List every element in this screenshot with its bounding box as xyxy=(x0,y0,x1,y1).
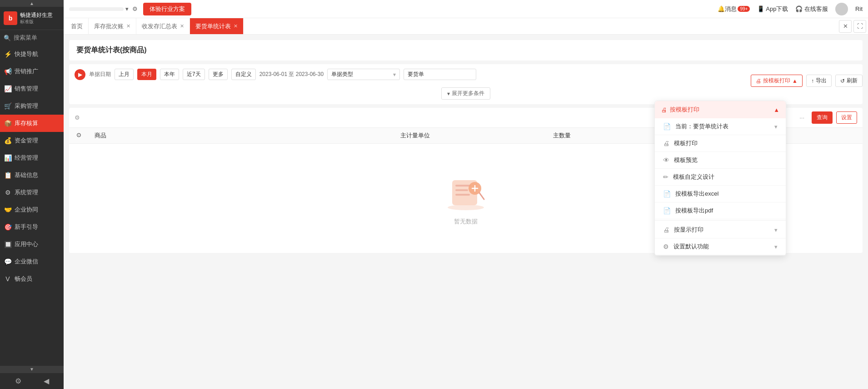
close-batch-accounts[interactable]: ✕ xyxy=(126,23,130,29)
svg-rect-3 xyxy=(455,189,468,191)
page-title: 要货单统计表(按商品) xyxy=(76,46,147,54)
business-icon: 📊 xyxy=(4,154,12,162)
sidebar-item-app-center[interactable]: 🔲 应用中心 xyxy=(0,236,64,253)
current-icon: 📄 xyxy=(663,123,671,130)
app-logo-icon: b xyxy=(4,11,17,25)
more-options-btn[interactable]: ··· xyxy=(799,114,804,121)
basic-info-icon: 📋 xyxy=(4,172,12,179)
sidebar-footer: ⚙ ◀ xyxy=(0,373,64,389)
default-func-icon: ⚙ xyxy=(663,243,669,250)
current-template-item[interactable]: 📄 当前：要货单统计表 ▾ xyxy=(655,118,786,135)
date-range: 2023-06-01 至 2023-06-30 xyxy=(259,71,324,78)
default-func-item[interactable]: ⚙ 设置默认功能 ▾ xyxy=(655,238,786,255)
svg-point-0 xyxy=(448,205,484,210)
filter-bar: ▶ 单据日期 上月 本月 本年 近7天 更多 自定义 2023-06-01 至 … xyxy=(69,64,863,104)
tab-receivable-summary[interactable]: 收发存汇总表 ✕ xyxy=(136,18,190,34)
notification-btn[interactable]: 🔔 消息 99+ xyxy=(718,5,750,13)
avatar[interactable] xyxy=(835,3,848,15)
order-code-input[interactable]: 要货单 xyxy=(404,69,476,80)
sidebar-item-system[interactable]: ⚙ 系统管理 xyxy=(0,184,64,201)
sidebar-item-purchase[interactable]: 🛒 采购管理 xyxy=(0,97,64,115)
close-receivable-summary[interactable]: ✕ xyxy=(180,23,184,29)
purchase-icon: 🛒 xyxy=(4,102,12,110)
app-center-icon: 🔲 xyxy=(4,241,12,248)
collapse-icon[interactable]: ◀ xyxy=(44,377,49,385)
download-icon: 📱 xyxy=(757,5,764,12)
username: Rit xyxy=(855,5,863,12)
sidebar-item-basic-info[interactable]: 📋 基础信息 xyxy=(0,167,64,184)
table-settings-icon[interactable]: ⚙ xyxy=(75,114,80,121)
date-btn-last-month[interactable]: 上月 xyxy=(115,69,134,80)
sidebar-item-collab[interactable]: 🤝 企业协同 xyxy=(0,201,64,218)
display-print-item[interactable]: 🖨 按显示打印 ▾ xyxy=(655,222,786,238)
page-header: 要货单统计表(按商品) xyxy=(69,40,863,61)
topbar-gear-icon[interactable]: ⚙ xyxy=(132,5,138,12)
template-export-pdf-item[interactable]: 📄 按模板导出pdf xyxy=(655,202,786,219)
sidebar-scroll-down[interactable]: ▼ xyxy=(0,366,64,373)
sidebar-scroll-up[interactable]: ▲ xyxy=(0,0,64,7)
settings-footer-icon[interactable]: ⚙ xyxy=(15,377,21,385)
template-custom-icon: ✏ xyxy=(663,173,668,181)
sidebar-item-marketing[interactable]: 📢 营销推广 xyxy=(0,63,64,80)
print-dropdown-header[interactable]: 🖨 按模板打印 ▲ xyxy=(655,101,786,118)
date-btn-more[interactable]: 更多 xyxy=(209,69,228,80)
expand-icon: ▾ xyxy=(447,91,450,97)
topbar-search[interactable] xyxy=(69,7,124,11)
inventory-icon: 📦 xyxy=(4,120,12,127)
export-excel-icon: 📄 xyxy=(663,190,671,197)
online-service-link[interactable]: 🎧 在线客服 xyxy=(795,5,828,13)
app-download-link[interactable]: 📱 App下载 xyxy=(757,5,788,13)
svg-rect-2 xyxy=(455,185,471,187)
sidebar-item-sales[interactable]: 📈 销售管理 xyxy=(0,80,64,97)
empty-text: 暂无数据 xyxy=(454,217,478,226)
topbar: ▾ ⚙ 体验行业方案 🔔 消息 99+ 📱 App下载 🎧 在线客服 Rit xyxy=(64,0,868,18)
tab-home[interactable]: 首页 xyxy=(65,18,89,34)
sidebar-item-quick-nav[interactable]: ⚡ 快捷导航 xyxy=(0,45,64,63)
display-print-icon: 🖨 xyxy=(663,226,669,233)
close-order-stats[interactable]: ✕ xyxy=(234,23,238,29)
export-pdf-icon: 📄 xyxy=(663,207,671,214)
expand-tab-btn[interactable]: ⛶ xyxy=(853,20,866,33)
sidebar-item-business[interactable]: 📊 经营管理 xyxy=(0,149,64,167)
collab-icon: 🤝 xyxy=(4,206,12,213)
quick-nav-icon: ⚡ xyxy=(4,51,12,58)
main-area: ▾ ⚙ 体验行业方案 🔔 消息 99+ 📱 App下载 🎧 在线客服 Rit 首… xyxy=(64,0,868,389)
filter-row: ▶ 单据日期 上月 本月 本年 近7天 更多 自定义 2023-06-01 至 … xyxy=(75,69,857,80)
date-btn-7days[interactable]: 近7天 xyxy=(183,69,205,80)
sidebar: ▲ b 畅捷通好生意 标准版 🔍 搜索菜单 ⚡ 快捷导航 📢 营销推广 📈 销售… xyxy=(0,0,64,389)
template-print-icon: 🖨 xyxy=(663,140,669,147)
app-logo-text: 畅捷通好生意 标准版 xyxy=(20,12,53,25)
template-preview-item[interactable]: 👁 模板预览 xyxy=(655,152,786,169)
settings-btn[interactable]: 设置 xyxy=(836,111,857,124)
sidebar-item-guide[interactable]: 🎯 新手引导 xyxy=(0,218,64,236)
guide-icon: 🎯 xyxy=(4,223,12,231)
close-tab-btn[interactable]: ✕ xyxy=(839,20,852,33)
filter-expand-btn[interactable]: ▶ xyxy=(75,69,85,80)
template-custom-item[interactable]: ✏ 模板自定义设计 xyxy=(655,169,786,186)
sidebar-item-member[interactable]: V 畅会员 xyxy=(0,270,64,288)
current-arrow: ▾ xyxy=(774,123,778,130)
date-label: 单据日期 xyxy=(89,71,111,78)
sidebar-item-finance[interactable]: 💰 资金管理 xyxy=(0,132,64,149)
trial-btn[interactable]: 体验行业方案 xyxy=(143,3,191,15)
order-type-select[interactable]: 单据类型 ▾ xyxy=(327,69,400,80)
sidebar-item-inventory[interactable]: 📦 库存核算 xyxy=(0,115,64,132)
date-btn-this-year[interactable]: 本年 xyxy=(160,69,179,80)
date-btn-this-month[interactable]: 本月 xyxy=(137,69,156,80)
template-export-excel-item[interactable]: 📄 按模板导出excel xyxy=(655,186,786,202)
system-icon: ⚙ xyxy=(4,189,12,196)
tab-order-stats[interactable]: 要货单统计表 ✕ xyxy=(190,18,244,34)
expand-conditions-btn[interactable]: ▾ 展开更多条件 xyxy=(441,87,490,100)
query-btn[interactable]: 查询 xyxy=(812,111,833,124)
date-btn-custom[interactable]: 自定义 xyxy=(231,69,256,80)
tab-batch-accounts[interactable]: 库存批次账 ✕ xyxy=(89,18,136,34)
sidebar-item-wechat[interactable]: 💬 企业微信 xyxy=(0,253,64,270)
finance-icon: 💰 xyxy=(4,137,12,144)
default-func-arrow: ▾ xyxy=(774,243,778,250)
sidebar-search[interactable]: 🔍 搜索菜单 xyxy=(0,30,64,45)
sidebar-logo: b 畅捷通好生意 标准版 xyxy=(0,7,64,30)
display-print-arrow: ▾ xyxy=(774,227,778,233)
template-preview-icon: 👁 xyxy=(663,157,669,164)
template-print-item[interactable]: 🖨 模板打印 xyxy=(655,135,786,152)
topbar-dropdown-arrow[interactable]: ▾ xyxy=(125,5,129,12)
